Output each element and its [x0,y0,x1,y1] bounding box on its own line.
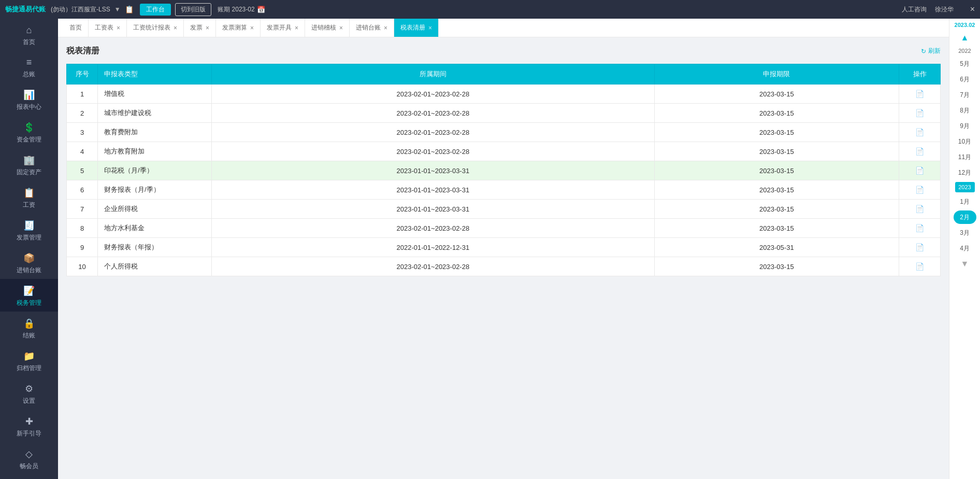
action-icon[interactable]: 📄 [915,243,924,251]
tax-icon: 📝 [23,285,35,297]
calendar-icon[interactable]: 📅 [257,6,265,13]
tab-salary-report[interactable]: 工资统计报表 × [127,19,184,37]
sidebar-item-guide[interactable]: ✚ 新手引导 [0,410,58,442]
sidebar-item-tax[interactable]: 📝 税务管理 [0,279,58,312]
company-selector[interactable]: (勿动）江西服宣-LSS [51,5,110,14]
cell-action: 📄 [899,142,941,161]
calendar-month-2023-3[interactable]: 3月 [954,226,976,240]
tab-tax-list-label: 税表清册 [400,23,425,32]
tab-purchase-audit[interactable]: 进销稽核 × [305,19,350,37]
cell-period: 2022-01-01~2022-12-31 [212,238,655,257]
table-row: 4 地方教育附加 2023-02-01~2023-02-28 2023-03-1… [67,142,941,161]
action-icon[interactable]: 📄 [915,147,924,156]
cell-deadline: 2023-03-15 [654,200,899,219]
home-icon: ⌂ [26,25,32,36]
sidebar-item-close[interactable]: 🔒 结账 [0,312,58,344]
tab-purchase-ledger[interactable]: 进销台账 × [350,19,394,37]
report-icon: 📊 [23,89,35,101]
cell-action: 📄 [899,219,941,238]
cell-no: 2 [67,104,98,123]
tab-home[interactable]: 首页 [63,19,89,37]
tab-purchase-ledger-close[interactable]: × [384,24,387,32]
vip-icon: ◇ [25,448,33,460]
action-icon[interactable]: 📄 [915,262,924,271]
calendar-month-2022-11[interactable]: 11月 [954,150,976,164]
sidebar-item-asset[interactable]: 🏢 固定资产 [0,148,58,181]
calendar-month-2022-5[interactable]: 5月 [954,57,976,71]
cell-period: 2023-01-01~2023-03-31 [212,200,655,219]
cell-deadline: 2023-03-15 [654,161,899,180]
cell-no: 7 [67,200,98,219]
sidebar-item-purchase[interactable]: 📦 进销台账 [0,246,58,279]
window-close-icon[interactable]: × [970,5,975,14]
sidebar-item-invoice[interactable]: 🧾 发票管理 [0,214,58,246]
calendar-month-2022-9[interactable]: 9月 [954,119,976,133]
sidebar-unpin-button[interactable]: ↩取消固定 [0,475,58,479]
calendar-month-2022-6[interactable]: 6月 [954,73,976,86]
outer-content: 首页 工资表 × 工资统计报表 × 发票 × 发票测算 × [58,19,980,479]
username[interactable]: 徐泾华 [935,5,954,14]
calendar-month-2022-12[interactable]: 12月 [954,166,976,179]
action-icon[interactable]: 📄 [915,128,924,136]
asset-icon: 🏢 [23,154,35,166]
tab-invoice-calc[interactable]: 发票测算 × [216,19,261,37]
sidebar-item-settings[interactable]: ⚙ 设置 [0,377,58,410]
calendar-month-2022-10[interactable]: 10月 [954,135,976,148]
action-icon[interactable]: 📄 [915,224,924,232]
tab-salary-report-label: 工资统计报表 [133,23,170,32]
action-icon[interactable]: 📄 [915,205,924,213]
company-dropdown-icon[interactable]: ▼ [114,6,121,13]
tab-bar: 首页 工资表 × 工资统计报表 × 发票 × 发票测算 × [58,19,949,37]
tab-tax-list-close[interactable]: × [428,24,432,32]
refresh-button[interactable]: ↻ 刷新 [921,47,941,55]
switch-old-button[interactable]: 切到旧版 [175,3,211,16]
calendar-up-button[interactable]: ▲ [954,31,976,45]
sidebar-item-salary[interactable]: 📋 工资 [0,181,58,214]
tab-purchase-ledger-label: 进销台账 [356,23,381,32]
tab-invoice-issue[interactable]: 发票开具 × [261,19,305,37]
cell-type: 财务报表（年报） [98,238,212,257]
cell-type: 城市维护建设税 [98,104,212,123]
action-icon[interactable]: 📄 [915,166,924,175]
year-2022-label: 2022 [958,48,971,54]
sidebar-item-report[interactable]: 📊 报表中心 [0,83,58,116]
table-row: 6 财务报表（月/季） 2023-01-01~2023-03-31 2023-0… [67,180,941,200]
cell-type: 个人所得税 [98,257,212,276]
salary-icon: 📋 [23,187,35,199]
cell-action: 📄 [899,123,941,142]
tab-salary-table-label: 工资表 [95,23,113,32]
cell-period: 2023-01-01~2023-03-31 [212,161,655,180]
period-value: 2023-02 [232,6,255,13]
sidebar-item-archive[interactable]: 📁 归档管理 [0,344,58,377]
calendar-month-2023-4[interactable]: 4月 [954,242,976,255]
col-no: 序号 [67,64,98,84]
tab-salary-table-close[interactable]: × [117,24,120,32]
tab-invoice-close[interactable]: × [206,24,209,32]
user-service[interactable]: 人工咨询 [902,5,927,14]
action-icon[interactable]: 📄 [915,90,924,98]
table-row: 1 增值税 2023-02-01~2023-02-28 2023-03-15 📄 [67,84,941,104]
tab-purchase-audit-close[interactable]: × [339,24,343,32]
sidebar-item-fund[interactable]: 💲 资金管理 [0,116,58,148]
cell-no: 1 [67,84,98,104]
sidebar-item-vip[interactable]: ◇ 畅会员 [0,442,58,475]
calendar-month-2023-2[interactable]: 2月 [954,210,976,224]
tab-invoice[interactable]: 发票 × [184,19,216,37]
tab-invoice-issue-close[interactable]: × [295,24,298,32]
workstation-button[interactable]: 工作台 [140,4,171,16]
calendar-month-2022-8[interactable]: 8月 [954,104,976,117]
calendar-month-2022-7[interactable]: 7月 [954,88,976,102]
sidebar-item-home[interactable]: ⌂ 首页 [0,19,58,51]
action-icon[interactable]: 📄 [915,186,924,194]
calendar-month-2023-1[interactable]: 1月 [954,195,976,208]
copy-icon[interactable]: 📋 [125,5,134,13]
tab-tax-list[interactable]: 税表清册 × [394,19,439,37]
tab-invoice-calc-close[interactable]: × [250,24,254,32]
table-header-row: 序号 申报表类型 所属期间 申报期限 操作 [67,64,941,84]
tab-salary-report-close[interactable]: × [174,24,177,32]
calendar-down-button[interactable]: ▼ [954,257,976,271]
action-icon[interactable]: 📄 [915,109,924,117]
sidebar-item-ledger[interactable]: ≡ 总账 [0,51,58,83]
tab-salary-table[interactable]: 工资表 × [89,19,127,37]
table-row: 2 城市维护建设税 2023-02-01~2023-02-28 2023-03-… [67,104,941,123]
